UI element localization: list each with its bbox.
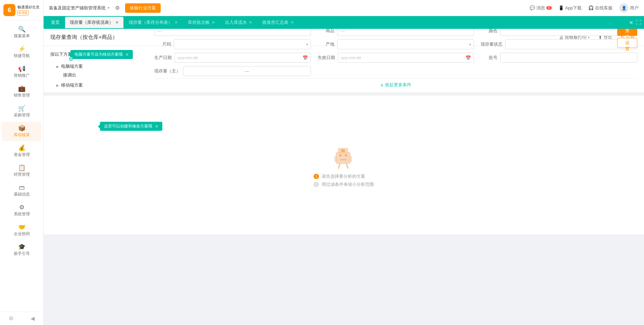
sidebar-item-operation[interactable]: 📋 经营管理 (2, 161, 41, 181)
top-settings-icon[interactable]: ⚙ (115, 5, 120, 11)
svg-line-8 (338, 164, 340, 168)
empty-state-illustration (327, 143, 361, 169)
try-industry-button[interactable]: 体验行业方案 (125, 3, 161, 13)
sidebar-item-quick-nav-label: 快捷导航 (14, 53, 30, 59)
stock-status-label: 现存量状态 (481, 41, 502, 47)
search-icon: 🔍 (18, 26, 25, 32)
batch-no-input[interactable] (500, 53, 637, 63)
message-item[interactable]: 💬 消息 6 (530, 5, 552, 11)
tab-close-in-out-flow[interactable]: ✕ (249, 20, 252, 24)
color-select[interactable]: ▾ (500, 29, 637, 36)
main-area: 装备及固定资产辅助管理系统 ▾ ⚙ 体验行业方案 💬 消息 6 📱 App下载 … (44, 0, 644, 325)
size-select[interactable]: ▾ (174, 39, 311, 49)
tab-inventory-dist[interactable]: 现存量（库存分布表） ✕ (124, 17, 182, 28)
sidebar-item-quick-nav[interactable]: ⚡ 快捷导航 (2, 43, 41, 62)
tab-close-inventory-batch[interactable]: ✕ (212, 20, 215, 24)
app-download-item[interactable]: 📱 App下载 (558, 5, 582, 11)
tab-inventory-batch[interactable]: 库存批次账 ✕ (183, 17, 220, 28)
user-item[interactable]: 👤 用户 (619, 3, 639, 13)
user-avatar: 👤 (619, 3, 629, 13)
sidebar-item-inventory[interactable]: 📦 库存核算 (2, 122, 41, 141)
mobile-scheme-expand-icon: ▶ (56, 84, 59, 87)
user-label: 用户 (630, 5, 639, 11)
size-dropdown-icon: ▾ (306, 43, 308, 46)
sidebar-item-purchase-label: 采购管理 (14, 112, 30, 118)
dropdown-arrow-icon[interactable]: ▾ (108, 6, 110, 10)
production-date-input[interactable]: yyyy-mm-dd 📅 (174, 53, 311, 63)
tooltip1-close-button[interactable]: ✕ (125, 52, 129, 57)
inventory-main-max-input[interactable] (251, 69, 308, 73)
close-all-tabs-icon[interactable]: ✕ (629, 19, 633, 26)
reset-button[interactable]: 设置 (617, 38, 637, 48)
app-download-label: App下载 (565, 5, 582, 11)
tab-inventory-batch-label: 库存批次账 (188, 19, 210, 25)
tab-close-inventory-dist[interactable]: ✕ (174, 20, 178, 24)
mobile-icon: 📱 (558, 5, 564, 10)
sidebar-nav: 🔍 搜索菜单 ⚡ 快捷导航 📢 营销推广 💼 销售管理 🛒 采购管理 📦 库存核… (0, 20, 43, 312)
filter-row-production-date: 生产日期 yyyy-mm-dd 📅 (154, 53, 311, 63)
company-name: 畅通通好生意 (17, 5, 40, 9)
collapse-conditions-button[interactable]: ∧ 收起更多条件 (380, 82, 411, 88)
search-button[interactable]: 查询 (617, 29, 637, 36)
tip-num-2: 2 (314, 182, 319, 187)
tab-receive-send[interactable]: 收发存汇总表 ✕ (258, 17, 299, 28)
tooltip2-close-button[interactable]: ✕ (155, 124, 158, 129)
empty-tip-2: 2 用过滤条件来缩小分析范围 (314, 181, 374, 187)
range-dash: — (245, 69, 249, 74)
size-label: 尺码 (154, 41, 171, 47)
sidebar-item-marketing-label: 营销推广 (14, 73, 30, 78)
empty-state-area: 1 请先选择要分析的方案 2 用过滤条件来缩小分析范围 (44, 96, 644, 234)
online-support-item[interactable]: 🎧 在线客服 (588, 5, 612, 11)
header-right-area: 💬 消息 6 📱 App下载 🎧 在线客服 👤 用户 (530, 3, 639, 13)
settings-bottom-icon[interactable]: ⚙ (9, 315, 13, 322)
cabinet-icon: 🗃 (19, 184, 25, 191)
empty-tip-1: 1 请先选择要分析的方案 (314, 173, 374, 179)
collapse-sidebar-icon[interactable]: ◀ (31, 315, 35, 322)
child-scheme-label: 接调出 (63, 72, 76, 78)
filter-row-goods: 商品 ··· (318, 29, 474, 36)
production-date-calendar-icon[interactable]: 📅 (303, 55, 308, 60)
sidebar-item-marketing[interactable]: 📢 营销推广 (2, 62, 41, 82)
tab-inventory-status[interactable]: 现存量（库存状况表） ✕ (65, 17, 123, 28)
tooltip-desktop-scheme: 电脑方案可设为移动方案哦 ✕ (70, 50, 133, 59)
expiry-date-calendar-icon[interactable]: 📅 (466, 55, 471, 60)
message-label: 消息 (536, 5, 545, 11)
lightning-icon: ⚡ (18, 46, 25, 52)
sidebar-item-search-label: 搜索菜单 (14, 33, 30, 39)
sidebar-item-sales[interactable]: 💼 销售管理 (2, 82, 41, 102)
online-support-label: 在线客服 (595, 5, 612, 11)
sidebar-item-search[interactable]: 🔍 搜索菜单 (2, 23, 41, 42)
tab-in-out-flow-label: 出入库流水 (225, 19, 247, 25)
dot-indicator (70, 57, 72, 60)
sidebar-item-basic[interactable]: 🗃 基础信息 (2, 181, 41, 201)
origin-dropdown-icon: ▾ (469, 43, 471, 46)
batch-no-label: 批号 (481, 55, 497, 61)
filter-row-inventory-main: 现存量（主） — (154, 66, 311, 76)
tab-close-receive-send[interactable]: ✕ (290, 20, 294, 24)
logo-area: 6 畅通通好生意 标准版 (0, 0, 43, 20)
warehouse-select[interactable]: ··· (154, 29, 311, 36)
origin-select[interactable]: ▾ (337, 39, 474, 49)
goods-dots: ··· (340, 29, 345, 34)
svg-rect-0 (336, 152, 351, 164)
sidebar-item-system[interactable]: ⚙ 系统管理 (2, 201, 41, 220)
sidebar-item-enterprise[interactable]: 🤝 企业协同 (2, 221, 41, 240)
expiry-date-input[interactable]: yyyy-mm-dd 📅 (338, 53, 474, 63)
sidebar-item-finance[interactable]: 💰 资金管理 (2, 142, 41, 161)
warehouse-dots: ··· (157, 29, 162, 34)
inventory-main-min-input[interactable] (186, 69, 244, 73)
sidebar-item-guide[interactable]: 🎓 新手引导 (2, 240, 41, 260)
svg-rect-7 (340, 159, 346, 160)
sidebar-item-enterprise-label: 企业协同 (14, 231, 30, 237)
logo-char: 6 (8, 7, 11, 14)
filter-fields-grid: ··· 商品 ··· 颜色 ▾ (154, 29, 637, 88)
goods-select[interactable]: ··· (337, 29, 474, 36)
tab-in-out-flow[interactable]: 出入库流水 ✕ (220, 17, 257, 28)
expand-tabs-icon[interactable]: ⛶ (636, 19, 641, 25)
home-tab-label: 首页 (51, 20, 60, 25)
sidebar-item-finance-label: 资金管理 (14, 152, 30, 158)
tab-home[interactable]: 首页 (46, 17, 64, 28)
sidebar-item-purchase[interactable]: 🛒 采购管理 (2, 102, 41, 121)
tab-close-inventory-status[interactable]: ✕ (115, 20, 119, 24)
tab-inventory-dist-label: 现存量（库存分布表） (129, 19, 172, 25)
